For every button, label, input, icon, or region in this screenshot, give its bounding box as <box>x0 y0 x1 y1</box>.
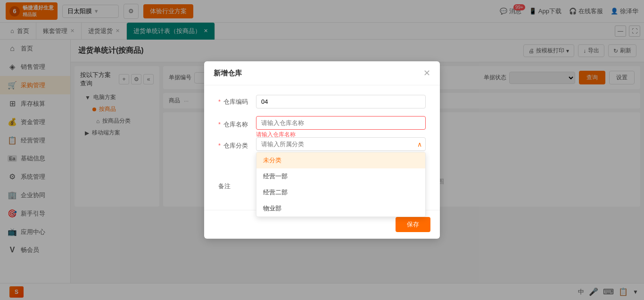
dropdown-item-unclassified[interactable]: 未分类 <box>256 152 425 168</box>
modal-header: 新增仓库 ✕ <box>204 61 440 85</box>
dropdown-item-dept3[interactable]: 物业部 <box>256 200 425 217</box>
category-dropdown: 未分类 经营一部 经营二部 物业部 <box>256 152 426 217</box>
category-input-wrapper: ∧ 未分类 经营一部 经营二部 物业部 <box>256 137 426 151</box>
modal-add-warehouse: 新增仓库 ✕ * 仓库编码 * 仓库名称 <box>204 61 440 239</box>
warehouse-category-field: * 仓库分类 ∧ 未分类 经营一部 经营二部 物业部 <box>218 137 426 151</box>
warehouse-code-field: * 仓库编码 <box>218 95 426 108</box>
modal-overlay: 新增仓库 ✕ * 仓库编码 * 仓库名称 <box>0 0 644 300</box>
modal-save-button[interactable]: 保存 <box>396 217 430 232</box>
warehouse-name-input[interactable] <box>256 116 426 130</box>
modal-body: * 仓库编码 * 仓库名称 请输入仓库名称 * <box>204 85 440 210</box>
warehouse-category-label: * 仓库分类 <box>218 139 256 150</box>
warehouse-code-label: * 仓库编码 <box>218 95 256 106</box>
warehouse-code-input[interactable] <box>256 95 426 108</box>
modal-close-button[interactable]: ✕ <box>423 68 430 78</box>
dropdown-item-dept1[interactable]: 经营一部 <box>256 168 425 184</box>
modal-title: 新增仓库 <box>214 69 242 78</box>
category-input[interactable] <box>256 137 426 151</box>
warehouse-name-field: * 仓库名称 请输入仓库名称 <box>218 116 426 130</box>
warehouse-notes-label: 备注 <box>218 179 256 191</box>
dropdown-item-dept2[interactable]: 经营二部 <box>256 184 425 200</box>
warehouse-name-label: * 仓库名称 <box>218 117 256 129</box>
